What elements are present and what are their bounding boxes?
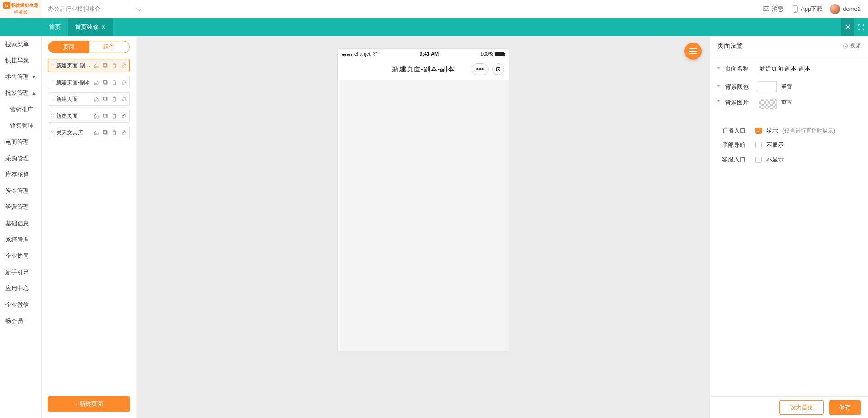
home-icon[interactable] [93, 113, 99, 119]
copy-icon[interactable] [102, 129, 108, 136]
video-help-link[interactable]: 视频 [843, 42, 861, 50]
svg-point-1 [764, 8, 765, 9]
bg-color-swatch[interactable] [759, 81, 777, 92]
delete-icon[interactable] [111, 96, 118, 102]
segment-component[interactable]: 组件 [89, 41, 130, 53]
sidebar-item-inventory[interactable]: 库存核算 [0, 166, 41, 183]
page-list-item[interactable]: ∷ 新建页面-副本 [48, 76, 130, 89]
sidebar-item-marketing[interactable]: 营销推广 [0, 101, 41, 118]
field-page-name: * 页面名称 [717, 62, 861, 75]
tabstrip: 首页 首页装修 ✕ ✕ [0, 18, 868, 36]
tabstrip-close-all[interactable]: ✕ [841, 18, 854, 36]
brand-edition: 标准版 [14, 10, 28, 16]
caret-down-icon [32, 76, 36, 78]
sidebar-item-collab[interactable]: 企业协同 [0, 248, 41, 264]
page-name: 新建页面-副本 [56, 79, 90, 86]
miniapp-menu-button[interactable]: ••• [472, 63, 489, 75]
save-button[interactable]: 保存 [829, 400, 861, 415]
field-live-entry: 直播入口 ✓ 显示 (仅当进行直播时展示) [717, 127, 861, 135]
menu-icon [689, 48, 697, 49]
close-icon: ✕ [844, 22, 851, 32]
message-icon [763, 5, 769, 12]
home-icon[interactable] [93, 62, 99, 69]
bg-image-swatch[interactable] [759, 99, 777, 109]
phone-icon [792, 5, 798, 12]
page-list: ∷ 新建页面-副本… ∷ 新建页面-副本 ∷ 新建页面 ∷ 新建页面 ∷ 昊天文… [48, 59, 130, 139]
share-icon[interactable] [120, 96, 127, 102]
page-list-item[interactable]: ∷ 新建页面-副本… [48, 59, 130, 72]
share-icon[interactable] [120, 79, 127, 86]
drag-handle-icon[interactable]: ∷ [51, 130, 53, 136]
sidebar-item-purchase[interactable]: 采购管理 [0, 150, 41, 166]
delete-icon[interactable] [111, 79, 118, 86]
sidebar-item-member[interactable]: 畅会员 [0, 313, 41, 329]
sidebar-item-system[interactable]: 系统管理 [0, 232, 41, 248]
checkbox-service-entry[interactable] [755, 157, 762, 163]
sidebar-item-operation[interactable]: 经营管理 [0, 199, 41, 215]
sidebar-item-search[interactable]: 搜索菜单 [0, 36, 41, 52]
set-home-button[interactable]: 设为首页 [779, 400, 824, 415]
topbar-message[interactable]: 消息 [763, 5, 783, 13]
topbar-message-label: 消息 [772, 5, 783, 13]
field-service-entry: 客服入口 不显示 [717, 156, 861, 164]
copy-icon[interactable] [102, 62, 108, 69]
segment-page[interactable]: 页面 [48, 41, 89, 53]
copy-icon[interactable] [102, 79, 108, 86]
bg-image-reset[interactable]: 重置 [781, 99, 792, 106]
drag-handle-icon[interactable]: ∷ [51, 113, 53, 119]
svg-point-2 [766, 8, 767, 9]
phone-body[interactable] [338, 80, 509, 351]
page-list-item[interactable]: ∷ 新建页面 [48, 92, 130, 106]
drag-handle-icon[interactable]: ∷ [51, 63, 53, 69]
bg-color-reset[interactable]: 重置 [781, 83, 792, 91]
sidebar-item-retail[interactable]: 零售管理 [0, 69, 41, 85]
copy-icon[interactable] [102, 96, 108, 102]
miniapp-close-button[interactable] [492, 63, 504, 75]
close-icon[interactable]: ✕ [101, 24, 106, 30]
sidebar-item-appcenter[interactable]: 应用中心 [0, 280, 41, 297]
carrier-label: chanjet [354, 51, 370, 57]
new-page-button[interactable]: + 新建页面 [48, 396, 130, 412]
sidebar-item-quicknav[interactable]: 快捷导航 [0, 52, 41, 69]
share-icon[interactable] [120, 129, 127, 136]
label-page-name: 页面名称 [725, 65, 754, 73]
tab-decoration[interactable]: 首页装修 ✕ [68, 18, 113, 36]
caret-up-icon [32, 92, 36, 95]
share-icon[interactable] [120, 113, 127, 119]
page-list-item[interactable]: ∷ 新建页面 [48, 109, 130, 123]
sidebar-item-sales[interactable]: 销售管理 [0, 118, 41, 134]
battery-icon [495, 52, 504, 56]
user-avatar[interactable] [830, 4, 840, 14]
delete-icon[interactable] [111, 113, 118, 119]
copy-icon[interactable] [102, 113, 108, 119]
brand-logo[interactable]: b 畅捷通好生意 标准版 [0, 0, 42, 18]
components-drawer-fab[interactable] [684, 43, 702, 60]
sidebar-item-onboarding[interactable]: 新手引导 [0, 264, 41, 280]
home-icon[interactable] [93, 79, 99, 86]
share-icon[interactable] [120, 62, 127, 69]
drag-handle-icon[interactable]: ∷ [51, 96, 53, 102]
sidebar-item-funds[interactable]: 资金管理 [0, 183, 41, 199]
page-list-item[interactable]: ∷ 昊天文具店 [48, 126, 130, 139]
sidebar-item-ecommerce[interactable]: 电商管理 [0, 134, 41, 150]
home-icon[interactable] [93, 96, 99, 102]
topbar-download[interactable]: App下载 [792, 5, 823, 13]
label-bottom-nav: 底部导航 [722, 141, 751, 149]
home-icon[interactable] [93, 129, 99, 136]
checkbox-live-entry-label: 显示 [766, 127, 778, 135]
input-page-name[interactable] [759, 62, 861, 75]
checkbox-bottom-nav[interactable] [755, 142, 762, 148]
sidebar-item-baseinfo[interactable]: 基础信息 [0, 215, 41, 232]
account-set-select[interactable]: 办公品行业模拟账套 [48, 5, 142, 13]
sidebar-item-wholesale[interactable]: 批发管理 [0, 85, 41, 101]
delete-icon[interactable] [111, 129, 118, 136]
delete-icon[interactable] [111, 62, 118, 69]
tab-home[interactable]: 首页 [42, 18, 68, 36]
topbar-username[interactable]: demo2 [843, 5, 861, 12]
phone-titlebar: 新建页面-副本-副本 ••• [338, 59, 509, 80]
drag-handle-icon[interactable]: ∷ [51, 80, 53, 86]
sidebar-item-wecom[interactable]: 企业微信 [0, 297, 41, 313]
live-entry-hint: (仅当进行直播时展示) [783, 127, 835, 135]
checkbox-live-entry[interactable]: ✓ [755, 128, 762, 134]
tabstrip-fullscreen[interactable] [854, 18, 868, 36]
